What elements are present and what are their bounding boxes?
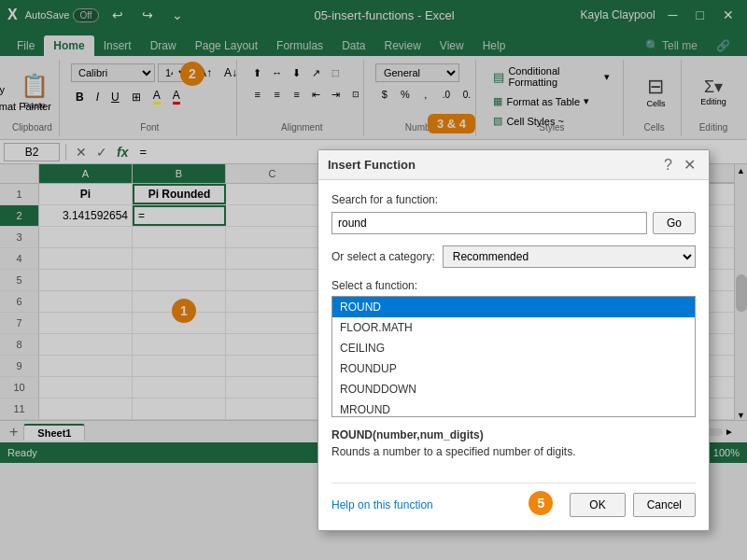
scroll-right-button[interactable]: ► (725, 427, 734, 437)
undo-button[interactable]: ↩ (106, 6, 129, 24)
cell-b9[interactable] (133, 356, 226, 376)
cell-a11[interactable] (39, 399, 133, 419)
cell-c11[interactable] (226, 399, 319, 419)
cell-b5[interactable] (133, 270, 226, 290)
tab-view[interactable]: View (430, 35, 473, 56)
align-middle-button[interactable]: ↔ (268, 63, 287, 82)
tab-insert[interactable]: Insert (94, 35, 141, 56)
insert-function-button[interactable]: fx (113, 143, 132, 161)
row-header-3[interactable]: 3 (0, 227, 39, 247)
wrap-text-button[interactable]: ⬚ (327, 63, 345, 82)
customize-quick-access-button[interactable]: ⌄ (166, 6, 189, 24)
go-button[interactable]: Go (653, 212, 696, 234)
tab-draw[interactable]: Draw (141, 35, 186, 56)
close-button[interactable]: ✕ (717, 6, 740, 24)
cell-c6[interactable] (226, 291, 319, 312)
cell-reference-box[interactable] (4, 143, 60, 161)
tab-page-layout[interactable]: Page Layout (186, 35, 267, 56)
list-item[interactable]: MROUND (332, 399, 695, 417)
list-item[interactable]: FLOOR.MATH (332, 317, 695, 338)
row-header-10[interactable]: 10 (0, 377, 39, 398)
tell-me-input[interactable]: 🔍 Tell me (636, 35, 707, 56)
add-sheet-button[interactable]: + (4, 424, 23, 441)
row-header-7[interactable]: 7 (0, 313, 39, 333)
confirm-formula-button[interactable]: ✓ (92, 143, 111, 161)
dialog-help-button[interactable]: ? (660, 156, 676, 174)
cell-b8[interactable] (133, 334, 226, 355)
cut-button[interactable]: ✂Cut (0, 63, 55, 79)
function-list[interactable]: ROUND FLOOR.MATH CEILING ROUNDUP ROUNDDO… (331, 296, 696, 417)
ok-button[interactable]: OK (570, 493, 625, 517)
currency-button[interactable]: $ (375, 85, 394, 104)
cancel-button[interactable]: Cancel (633, 493, 696, 517)
col-header-a[interactable]: A (39, 164, 133, 183)
list-item[interactable]: ROUNDDOWN (332, 379, 695, 399)
row-header-8[interactable]: 8 (0, 334, 39, 355)
row-header-9[interactable]: 9 (0, 356, 39, 376)
angle-text-button[interactable]: ↗ (307, 63, 326, 82)
copy-button[interactable]: ⧉Copy (0, 81, 55, 97)
sheet-tab-sheet1[interactable]: Sheet1 (23, 424, 85, 441)
vertical-scrollbar[interactable]: ▲ ▼ (734, 164, 747, 420)
category-select[interactable]: Recommended Most Recently Used All Math … (443, 245, 696, 268)
row-header-5[interactable]: 5 (0, 270, 39, 290)
merge-center-button[interactable]: ⊡ (346, 85, 365, 104)
cell-a4[interactable] (39, 248, 133, 269)
cell-a10[interactable] (39, 377, 133, 398)
cell-a8[interactable] (39, 334, 133, 355)
row-header-1[interactable]: 1 (0, 184, 39, 204)
list-item[interactable]: ROUNDUP (332, 358, 695, 379)
decrease-decimal-button[interactable]: .0 (437, 85, 456, 104)
increase-decimal-button[interactable]: 0. (458, 85, 476, 104)
list-item[interactable]: CEILING (332, 338, 695, 358)
cell-b3[interactable] (133, 227, 226, 247)
editing-button[interactable]: Σ▾ Editing (693, 63, 734, 119)
increase-indent-button[interactable]: ⇥ (327, 85, 345, 104)
cell-c3[interactable] (226, 227, 319, 247)
list-item[interactable]: ROUND (332, 297, 695, 317)
cell-c8[interactable] (226, 334, 319, 355)
cell-a3[interactable] (39, 227, 133, 247)
scroll-thumb[interactable] (736, 274, 747, 312)
scroll-down-button[interactable]: ▼ (737, 411, 745, 420)
cell-c9[interactable] (226, 356, 319, 376)
cell-b10[interactable] (133, 377, 226, 398)
font-name-select[interactable]: Calibri (71, 63, 155, 82)
cell-c10[interactable] (226, 377, 319, 398)
align-right-button[interactable]: ≡ (288, 85, 306, 104)
cell-a7[interactable] (39, 313, 133, 333)
decrease-indent-button[interactable]: ⇤ (307, 85, 326, 104)
cell-b11[interactable] (133, 399, 226, 419)
tab-data[interactable]: Data (332, 35, 374, 56)
row-header-11[interactable]: 11 (0, 399, 39, 419)
conditional-formatting-button[interactable]: ▤ Conditional Formatting ▾ (487, 63, 615, 90)
row-header-2[interactable]: 2 (0, 205, 39, 226)
border-button[interactable]: ⊞ (127, 89, 146, 105)
align-left-button[interactable]: ≡ (248, 85, 267, 104)
bold-button[interactable]: B (71, 89, 89, 105)
percent-button[interactable]: % (396, 85, 415, 104)
maximize-button[interactable]: □ (691, 6, 710, 24)
col-header-b[interactable]: B (133, 164, 226, 183)
scroll-up-button[interactable]: ▲ (737, 166, 745, 175)
cells-button[interactable]: ⊟ Cells (635, 63, 676, 119)
format-as-table-button[interactable]: ▦ Format as Table ▾ (487, 93, 615, 109)
redo-button[interactable]: ↪ (136, 6, 159, 24)
row-header-4[interactable]: 4 (0, 248, 39, 269)
cell-a2[interactable]: 3.141592654 (39, 205, 133, 226)
tab-review[interactable]: Review (374, 35, 430, 56)
cell-a5[interactable] (39, 270, 133, 290)
align-top-button[interactable]: ⬆ (248, 63, 267, 82)
cell-c4[interactable] (226, 248, 319, 269)
font-color-button[interactable]: A (168, 87, 185, 106)
tab-formulas[interactable]: Formulas (267, 35, 332, 56)
col-header-c[interactable]: C (226, 164, 319, 183)
cell-c5[interactable] (226, 270, 319, 290)
comma-button[interactable]: , (416, 85, 435, 104)
row-header-6[interactable]: 6 (0, 291, 39, 312)
function-search-input[interactable] (331, 212, 647, 234)
align-center-button[interactable]: ≡ (268, 85, 287, 104)
cell-c2[interactable] (226, 205, 319, 226)
tab-home[interactable]: Home (44, 35, 93, 56)
decrease-font-button[interactable]: A↓ (219, 64, 242, 81)
